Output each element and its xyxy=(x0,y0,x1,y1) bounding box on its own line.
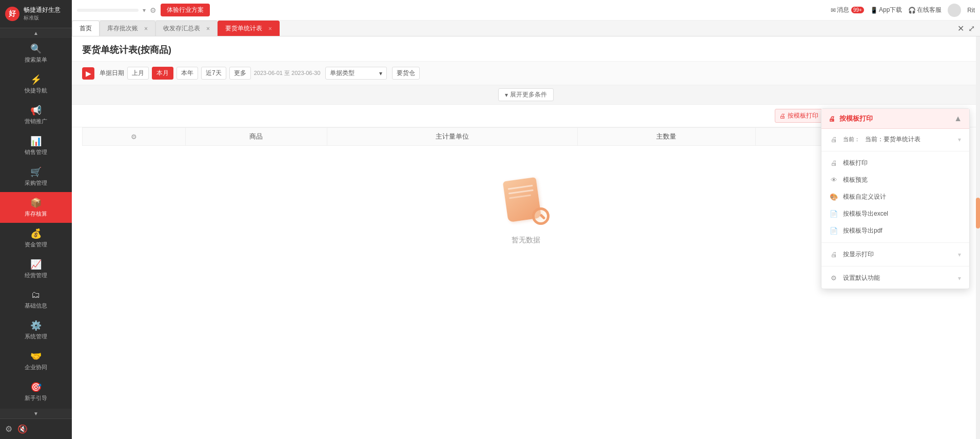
table-col-qty: 主数量 xyxy=(577,128,755,146)
table-col-goods: 商品 xyxy=(185,128,327,146)
tab-close-inventory-batch[interactable]: × xyxy=(144,25,148,32)
sidebar-item-label: 系统管理 xyxy=(25,333,47,340)
date-last-month-btn[interactable]: 上月 xyxy=(127,67,149,80)
sidebar-item-purchase[interactable]: 🛒 采购管理 xyxy=(0,161,72,192)
tab-receive-summary[interactable]: 收发存汇总表 × xyxy=(155,21,218,36)
finance-icon: 💰 xyxy=(30,228,42,239)
page-title: 要货单统计表(按商品) xyxy=(72,36,980,62)
sidebar-item-operations[interactable]: 📈 经营管理 xyxy=(0,254,72,284)
sidebar-scroll-down[interactable]: ▼ xyxy=(33,411,38,416)
sidebar-item-label: 采购管理 xyxy=(25,179,47,187)
sidebar-item-marketing[interactable]: 📢 营销推广 xyxy=(0,100,72,130)
sidebar-item-sales[interactable]: 📊 销售管理 xyxy=(0,130,72,161)
order-stats-tab-label: 要货单统计表 xyxy=(225,24,262,33)
date-7days-btn[interactable]: 近7天 xyxy=(201,67,226,80)
sidebar-item-label: 资金管理 xyxy=(25,241,47,249)
print-label: 按模板打印 xyxy=(788,111,818,120)
type-filter-select[interactable]: 单据类型 ▾ xyxy=(325,67,387,80)
logo-icon: 好 xyxy=(5,7,19,21)
template-print-label: 模板打印 xyxy=(843,159,961,167)
table-settings-icon[interactable]: ⚙ xyxy=(131,133,137,141)
dropdown-item-set-default[interactable]: ⚙ 设置默认功能 ▾ xyxy=(821,270,969,287)
dropdown-current-item[interactable]: 🖨 当前： 当前：要货单统计表 ▾ xyxy=(821,131,969,148)
tab-area: 首页 库存批次账 × 收发存汇总表 × 要货单统计表 × xyxy=(72,21,952,36)
topbar-search-box xyxy=(77,9,139,12)
sidebar: 好 畅捷通好生意 标准版 ▲ 🔍 搜索菜单 ⚡ 快捷导航 📢 营销推广 📊 销售… xyxy=(0,0,72,439)
dropdown-section-3: ⚙ 设置默认功能 ▾ xyxy=(821,268,969,289)
set-default-arrow-icon: ▾ xyxy=(958,275,961,282)
system-icon: ⚙️ xyxy=(30,320,42,331)
window-controls: ✕ ⤢ xyxy=(952,21,980,36)
tab-order-stats[interactable]: 要货单统计表 × xyxy=(218,21,280,36)
template-design-icon: 🎨 xyxy=(830,193,838,201)
sidebar-item-inventory[interactable]: 📦 库存核算 xyxy=(0,192,72,223)
dropdown-item-template-design[interactable]: 🎨 模板自定义设计 xyxy=(821,188,969,205)
expand-more-icon: ▾ xyxy=(505,91,508,99)
dropdown-close-btn[interactable]: ▲ xyxy=(954,114,962,123)
dropdown-current-section: 🖨 当前： 当前：要货单统计表 ▾ xyxy=(821,129,969,150)
sidebar-item-label: 基础信息 xyxy=(25,302,47,310)
right-scrollbar[interactable] xyxy=(976,36,980,439)
topbar-right: ✉ 消息 99+ 📱 App下载 🎧 在线客服 Rit xyxy=(831,4,975,17)
user-avatar[interactable] xyxy=(948,4,961,17)
receive-summary-tab-label: 收发存汇总表 xyxy=(163,24,200,33)
sidebar-item-label: 新手引导 xyxy=(25,394,47,402)
sidebar-item-collab[interactable]: 🤝 企业协同 xyxy=(0,346,72,376)
dropdown-divider-1 xyxy=(821,151,969,151)
dropdown-item-template-preview[interactable]: 👁 模板预览 xyxy=(821,171,969,188)
dropdown-item-display-print[interactable]: 🖨 按显示打印 ▾ xyxy=(821,246,969,263)
scrollbar-thumb[interactable] xyxy=(976,198,980,228)
sidebar-scroll-up[interactable]: ▲ xyxy=(33,30,38,36)
current-item-value: 当前：要货单统计表 xyxy=(865,135,953,144)
sidebar-bottom: ⚙ 🔇 xyxy=(0,418,72,439)
template-excel-label: 按模板导出excel xyxy=(843,209,961,218)
sidebar-item-label: 搜索菜单 xyxy=(25,56,47,64)
tab-home[interactable]: 首页 xyxy=(72,21,100,36)
basic-icon: 🗂 xyxy=(31,290,41,300)
sidebar-item-finance[interactable]: 💰 资金管理 xyxy=(0,223,72,254)
date-this-month-btn[interactable]: 本月 xyxy=(152,67,173,80)
filter-expand-icon[interactable]: ▶ xyxy=(82,67,94,80)
dropdown-item-template-excel[interactable]: 📄 按模板导出excel xyxy=(821,205,969,222)
topbar-settings-icon[interactable]: ⚙ xyxy=(150,6,156,14)
expand-more-btn[interactable]: ▾ 展开更多条件 xyxy=(498,88,554,101)
current-item-icon: 🖨 xyxy=(830,136,838,143)
goods-filter-tag[interactable]: 要货仓 xyxy=(392,67,420,80)
tab-close-receive-summary[interactable]: × xyxy=(206,25,210,32)
current-item-label: 当前： xyxy=(843,136,860,143)
user-name[interactable]: Rit xyxy=(967,7,975,14)
marketing-icon: 📢 xyxy=(30,105,42,116)
mute-bottom-icon[interactable]: 🔇 xyxy=(17,424,28,434)
collab-icon: 🤝 xyxy=(30,351,42,362)
dropdown-title-text: 按模板打印 xyxy=(839,114,873,123)
messages-link[interactable]: ✉ 消息 99+ xyxy=(831,6,864,14)
dropdown-section-1: 🖨 模板打印 👁 模板预览 🎨 模板自定义设计 📄 按模板导出excel 📄 xyxy=(821,152,969,241)
trial-btn[interactable]: 体验行业方案 xyxy=(161,4,210,16)
tab-inventory-batch[interactable]: 库存批次账 × xyxy=(100,21,155,36)
tab-close-order-stats[interactable]: × xyxy=(268,25,272,32)
dropdown-title: 🖨 按模板打印 xyxy=(829,114,873,123)
date-range-display: 2023-06-01 至 2023-06-30 xyxy=(254,69,321,77)
dropdown-item-template-pdf[interactable]: 📄 按模板导出pdf xyxy=(821,222,969,239)
sidebar-item-label: 企业协同 xyxy=(25,364,47,371)
sidebar-item-basic[interactable]: 🗂 基础信息 xyxy=(0,284,72,315)
app-download-link[interactable]: 📱 App下载 xyxy=(870,6,902,14)
sales-icon: 📊 xyxy=(30,136,42,147)
date-this-year-btn[interactable]: 本年 xyxy=(177,67,198,80)
dropdown-item-template-print[interactable]: 🖨 模板打印 xyxy=(821,155,969,171)
sidebar-item-quick-nav[interactable]: ⚡ 快捷导航 xyxy=(0,69,72,100)
sidebar-item-guide[interactable]: 🎯 新手引导 xyxy=(0,376,72,407)
current-item-arrow-icon: ▾ xyxy=(958,136,961,143)
table-col-settings[interactable]: ⚙ xyxy=(83,128,186,146)
date-filter-label: 单据日期 xyxy=(100,69,124,78)
settings-bottom-icon[interactable]: ⚙ xyxy=(5,424,12,434)
maximize-window-btn[interactable]: ⤢ xyxy=(968,24,975,33)
date-more-btn[interactable]: 更多 xyxy=(229,67,251,80)
template-design-label: 模板自定义设计 xyxy=(843,193,961,201)
sidebar-item-search[interactable]: 🔍 搜索菜单 xyxy=(0,38,72,69)
topbar-chevron-icon[interactable]: ▾ xyxy=(143,7,146,14)
online-service-link[interactable]: 🎧 在线客服 xyxy=(908,6,942,14)
close-window-btn[interactable]: ✕ xyxy=(957,24,964,33)
sidebar-item-label: 销售管理 xyxy=(25,148,47,156)
sidebar-item-system[interactable]: ⚙️ 系统管理 xyxy=(0,315,72,346)
